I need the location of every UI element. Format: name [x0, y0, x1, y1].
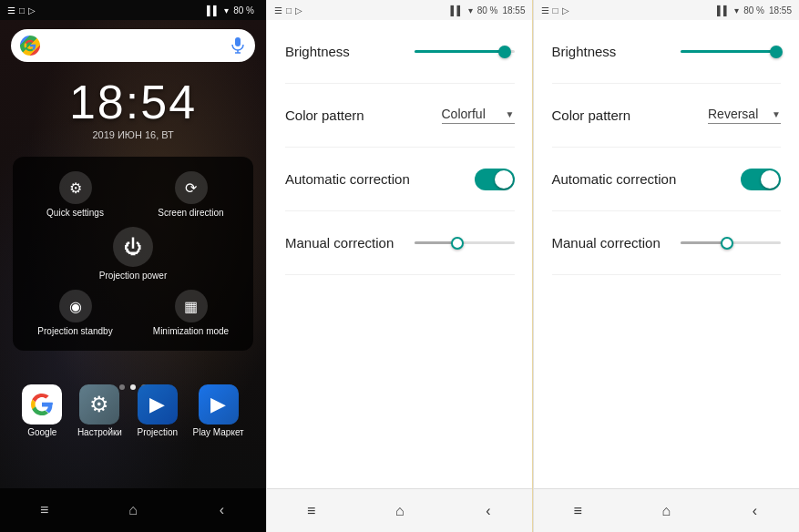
settings-app-icon: ⚙: [79, 384, 119, 425]
brightness-slider-2[interactable]: [415, 50, 515, 53]
brightness-fill-2: [415, 50, 505, 53]
quick-settings-label: Quick settings: [46, 208, 104, 218]
auto-correction-label-2: Automatic correction: [285, 171, 410, 187]
manual-correction-thumb-3[interactable]: [721, 237, 733, 250]
color-pattern-value-3: Reversal: [708, 107, 758, 121]
nav-back-3[interactable]: ‹: [736, 493, 773, 529]
status-right-2: ▌▌ ▾ 80 % 18:55: [451, 5, 526, 15]
manual-correction-control-3: [681, 241, 781, 244]
color-pattern-label-3: Color pattern: [552, 107, 631, 123]
settings-content-3: Brightness Color pattern Reversal ▼ Auto…: [534, 20, 800, 488]
screen-icon: □: [19, 5, 25, 15]
manual-correction-slider-2[interactable]: [415, 241, 515, 244]
brightness-control-3: [681, 50, 781, 53]
google-logo: [20, 36, 40, 56]
status-bar-settings2: ☰ □ ▷ ▌▌ ▾ 80 % 18:55: [267, 0, 533, 20]
clock-display: 18:54: [0, 75, 266, 129]
dropdown-arrow-icon-3: ▼: [772, 109, 781, 119]
quick-power-section: ⏻ Projection power: [22, 227, 244, 281]
brightness-row-3: Brightness: [552, 20, 782, 84]
time-2: 18:55: [502, 5, 525, 15]
toggle-knob-3: [761, 170, 779, 189]
auto-correction-toggle-3[interactable]: [741, 169, 781, 190]
brightness-thumb-3[interactable]: [770, 46, 783, 58]
manual-correction-label-3: Manual correction: [552, 235, 661, 251]
nav-bar-2: ≡ ⌂ ‹: [267, 488, 533, 532]
battery-3: 80 %: [743, 5, 764, 15]
quick-item-minimization[interactable]: ▦ Minimization mode: [138, 290, 244, 336]
status-left-icons: ☰ □ ▷: [7, 5, 36, 15]
manual-correction-slider-3[interactable]: [681, 241, 781, 244]
app-market[interactable]: ▶ Play Маркет: [193, 384, 244, 437]
standby-icon: ◉: [59, 290, 92, 322]
phone-wallpaper: 18:54 2019 ИЮН 16, ВТ ⚙ Quick settings ⟳…: [0, 20, 266, 488]
power-label: Projection power: [99, 271, 167, 281]
status-bar-phone: ☰ □ ▷ ▌▌ ▾ 80 %: [0, 0, 266, 20]
nav-bar-3: ≡ ⌂ ‹: [534, 488, 800, 532]
quick-item-standby[interactable]: ◉ Projection standby: [22, 290, 128, 336]
nav-menu-2[interactable]: ≡: [293, 493, 330, 529]
status-right-phone: ▌▌ ▾ 80 %: [207, 5, 259, 15]
status-left-3: ☰ □ ▷: [541, 5, 569, 15]
market-app-label: Play Маркет: [193, 427, 244, 437]
market-app-icon: ▶: [199, 384, 239, 425]
screen-icon-3: □: [553, 5, 558, 15]
color-pattern-row-2: Color pattern Colorful ▼: [285, 84, 515, 148]
quick-item-settings[interactable]: ⚙ Quick settings: [22, 171, 128, 218]
panel-settings-3: ☰ □ ▷ ▌▌ ▾ 80 % 18:55 Brightness Color p…: [533, 0, 800, 532]
nav-home-2[interactable]: ⌂: [382, 493, 418, 529]
nav-back-phone[interactable]: ‹: [203, 492, 240, 528]
quick-menu-top: ⚙ Quick settings ⟳ Screen direction: [22, 171, 244, 218]
google-app-label: Google: [27, 427, 56, 437]
brightness-label-2: Brightness: [285, 44, 350, 59]
signal-icon-2: ▌▌: [451, 5, 464, 15]
screen-direction-label: Screen direction: [158, 208, 223, 218]
app-projection[interactable]: ▶ Projection: [138, 384, 178, 437]
standby-label: Projection standby: [37, 326, 112, 336]
color-pattern-value-2: Colorful: [442, 107, 486, 121]
media-icon: ▷: [28, 5, 36, 15]
nav-home-phone[interactable]: ⌂: [115, 492, 151, 528]
nav-back-2[interactable]: ‹: [470, 493, 507, 529]
screen-icon-2: □: [286, 5, 292, 15]
signal-icon-3: ▌▌: [717, 5, 730, 15]
nav-menu-3[interactable]: ≡: [559, 493, 596, 529]
brightness-thumb-2[interactable]: [498, 46, 511, 58]
brightness-row-2: Brightness: [285, 20, 515, 84]
manual-correction-thumb-2[interactable]: [451, 237, 464, 250]
app-google[interactable]: Google: [22, 384, 62, 437]
quick-item-screen[interactable]: ⟳ Screen direction: [138, 171, 244, 218]
color-pattern-row-3: Color pattern Reversal ▼: [552, 84, 782, 148]
manual-correction-label-2: Manual correction: [285, 235, 394, 251]
power-button[interactable]: ⏻ Projection power: [99, 227, 167, 281]
nav-home-3[interactable]: ⌂: [648, 493, 684, 529]
wifi-icon-2: ▾: [468, 5, 473, 15]
screen-direction-icon: ⟳: [175, 171, 208, 204]
notification-icon: ☰: [7, 5, 15, 15]
color-pattern-dropdown-3[interactable]: Reversal ▼: [708, 107, 781, 124]
signal-icon: ▌▌: [207, 5, 220, 15]
quick-menu-bottom: ◉ Projection standby ▦ Minimization mode: [22, 290, 244, 336]
panel-settings-2: ☰ □ ▷ ▌▌ ▾ 80 % 18:55 Brightness Color p…: [266, 0, 533, 532]
auto-correction-toggle-2[interactable]: [475, 169, 515, 190]
mic-icon[interactable]: [230, 37, 246, 54]
brightness-label-3: Brightness: [552, 44, 617, 59]
minimization-icon: ▦: [175, 290, 208, 322]
notification-icon-3: ☰: [541, 5, 549, 15]
media-icon-2: ▷: [295, 5, 302, 15]
color-pattern-dropdown-2[interactable]: Colorful ▼: [442, 107, 515, 124]
notification-icon-2: ☰: [274, 5, 282, 15]
google-app-icon: [22, 384, 62, 425]
minimization-label: Minimization mode: [153, 326, 229, 336]
manual-correction-row-3: Manual correction: [552, 211, 782, 275]
time-3: 18:55: [769, 5, 792, 15]
nav-bar-phone: ≡ ⌂ ‹: [0, 488, 266, 532]
wifi-icon-3: ▾: [734, 5, 739, 15]
color-pattern-label-2: Color pattern: [285, 107, 364, 123]
brightness-control-2: [415, 50, 515, 53]
nav-menu-phone[interactable]: ≡: [26, 492, 63, 528]
date-display: 2019 ИЮН 16, ВТ: [0, 129, 266, 140]
search-bar[interactable]: [11, 29, 255, 62]
brightness-slider-3[interactable]: [681, 50, 781, 53]
app-settings[interactable]: ⚙ Настройки: [77, 384, 122, 437]
